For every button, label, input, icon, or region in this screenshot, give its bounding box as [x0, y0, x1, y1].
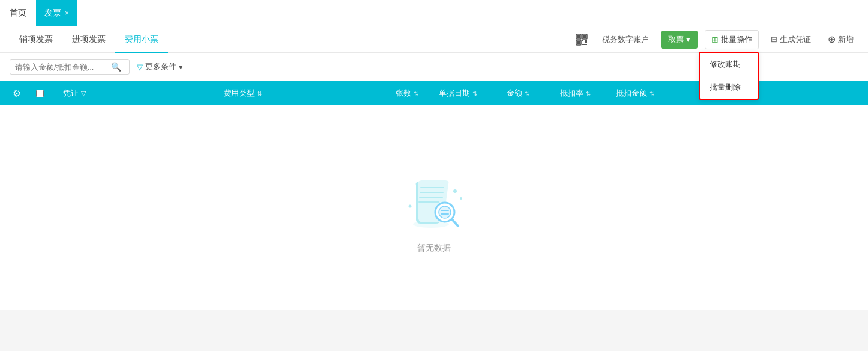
svg-rect-6 — [582, 40, 583, 41]
search-input-wrap[interactable]: 🔍 — [10, 59, 130, 75]
batch-op-button[interactable]: ⊞ 批量操作 — [705, 30, 759, 49]
take-ticket-chevron: ▾ — [686, 35, 690, 44]
th-voucher[interactable]: 凭证 ▽ — [50, 88, 98, 99]
tab-purchase-invoice[interactable]: 进项发票 — [62, 27, 115, 53]
empty-text: 暂无数据 — [417, 243, 451, 254]
add-label: 新增 — [838, 34, 854, 45]
more-filter-button[interactable]: ▽ 更多条件 ▾ — [137, 61, 183, 72]
th-deduct-rate[interactable]: 抵扣率 ⇅ — [548, 88, 602, 99]
svg-point-14 — [453, 189, 457, 193]
th-voucher-label: 凭证 — [63, 88, 79, 99]
more-filter-chevron: ▾ — [179, 63, 183, 72]
batch-op-icon: ⊞ — [711, 35, 719, 44]
search-input[interactable] — [15, 63, 111, 72]
th-date[interactable]: 单据日期 ⇅ — [428, 88, 488, 99]
th-date-sort-icon: ⇅ — [472, 90, 477, 97]
sub-nav-left: 销项发票 进项发票 费用小票 — [10, 26, 168, 52]
tab-sales-invoice[interactable]: 销项发票 — [10, 27, 62, 53]
th-deduct-rate-label: 抵扣率 — [560, 88, 583, 99]
th-expense-type-label: 费用类型 — [223, 88, 255, 99]
nav-tab-close[interactable]: × — [65, 9, 69, 17]
svg-line-13 — [452, 219, 458, 226]
svg-point-12 — [439, 206, 451, 218]
batch-op-container: ⊞ 批量操作 修改账期 批量删除 — [705, 30, 759, 49]
svg-point-15 — [460, 197, 462, 200]
th-amount[interactable]: 金额 ⇅ — [488, 88, 548, 99]
gen-voucher-button[interactable]: ⊟ 生成凭证 — [766, 31, 816, 49]
th-expense-type[interactable]: 费用类型 ⇅ — [98, 88, 386, 99]
svg-rect-8 — [582, 44, 587, 45]
nav-tab-invoice[interactable]: 发票 × — [36, 0, 77, 26]
more-filter-label: 更多条件 — [145, 61, 176, 72]
svg-rect-9 — [586, 40, 587, 41]
empty-state: 暂无数据 — [0, 105, 868, 310]
svg-point-16 — [409, 205, 412, 208]
th-amount-label: 金额 — [507, 88, 522, 99]
gen-voucher-label: 生成凭证 — [780, 34, 811, 45]
sub-nav-right: 税务数字账户 取票 ▾ ⊞ 批量操作 修改账期 批量删除 ⊟ 生成凭证 ⊕ 新增 — [573, 30, 858, 49]
qr-icon-button[interactable] — [573, 31, 590, 48]
th-gear[interactable]: ⚙ — [5, 88, 29, 99]
th-deduct-amount[interactable]: 抵扣金额 ⇅ — [602, 88, 668, 99]
th-amount-sort-icon: ⇅ — [525, 90, 529, 97]
search-icon: 🔍 — [111, 62, 121, 72]
gen-voucher-icon: ⊟ — [771, 35, 777, 44]
svg-rect-5 — [577, 41, 580, 44]
th-count-sort-icon: ⇅ — [414, 90, 418, 97]
th-deduct-amount-sort-icon: ⇅ — [649, 90, 654, 97]
select-all-checkbox[interactable] — [36, 90, 44, 97]
dropdown-item-batch-delete[interactable]: 批量删除 — [700, 76, 758, 99]
svg-rect-1 — [577, 35, 580, 38]
dropdown-item-change-period[interactable]: 修改账期 — [700, 53, 758, 76]
nav-tab-label: 发票 — [44, 8, 61, 19]
th-deduct-amount-label: 抵扣金额 — [616, 88, 647, 99]
add-button[interactable]: ⊕ 新增 — [823, 30, 858, 49]
nav-home[interactable]: 首页 — [0, 0, 36, 26]
svg-rect-3 — [583, 35, 586, 38]
th-voucher-filter-icon: ▽ — [81, 90, 86, 97]
tax-account-button[interactable]: 税务数字账户 — [597, 34, 654, 45]
batch-op-dropdown: 修改账期 批量删除 — [699, 52, 759, 100]
th-date-label: 单据日期 — [439, 88, 470, 99]
th-expense-type-sort-icon: ⇅ — [257, 90, 262, 97]
th-check[interactable] — [29, 90, 50, 97]
take-ticket-button[interactable]: 取票 ▾ — [661, 31, 698, 49]
take-ticket-label: 取票 — [668, 34, 684, 45]
add-icon: ⊕ — [828, 34, 836, 45]
filter-funnel-icon: ▽ — [137, 63, 143, 72]
th-count-label: 张数 — [396, 88, 411, 99]
empty-illustration — [398, 173, 470, 233]
th-count[interactable]: 张数 ⇅ — [386, 88, 428, 99]
gear-icon: ⚙ — [13, 88, 21, 99]
top-nav: 首页 发票 × — [0, 0, 868, 26]
sub-nav: 销项发票 进项发票 费用小票 税务数字账户 取票 ▾ — [0, 26, 868, 53]
batch-op-label: 批量操作 — [721, 34, 752, 45]
th-deduct-rate-sort-icon: ⇅ — [586, 90, 591, 97]
tab-expense-receipt[interactable]: 费用小票 — [115, 27, 168, 53]
